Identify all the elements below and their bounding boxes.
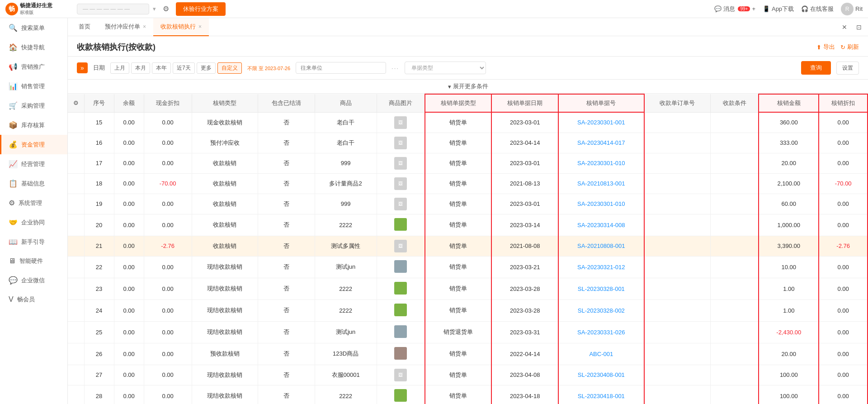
write-off-no-link[interactable]: SA-20230414-017 (577, 139, 625, 146)
write-off-no-link[interactable]: SA-20210808-001 (577, 242, 625, 249)
table-row: 25 0.00 0.00 现结收款核销 否 测试jun 销货退货单 2023-0… (68, 321, 868, 343)
date-this-year[interactable]: 本年 (152, 62, 171, 74)
from-unit-input[interactable] (296, 62, 386, 74)
cell-write-off-no[interactable]: ABC-001 (558, 343, 644, 365)
marketing-icon: 📢 (9, 62, 18, 71)
th-write-off-discount: 核销折扣 (819, 94, 868, 112)
write-off-no-link[interactable]: SA-20230301-001 (577, 119, 625, 126)
message-item[interactable]: 💬 消息 99+ + (714, 5, 755, 13)
th-num: 序号 (84, 94, 114, 112)
write-off-no-link[interactable]: SA-20230331-026 (577, 329, 625, 336)
system-icon: ⚙ (9, 199, 15, 207)
date-last-month[interactable]: 上月 (110, 62, 129, 74)
table-container[interactable]: ⚙ 序号 余额 现金折扣 核销类型 包含已结清 商品 商品图片 核销单据类型 核… (68, 94, 868, 404)
cell-cash-discount: -70.00 (144, 173, 192, 194)
cell-write-off-no[interactable]: SA-20230321-012 (558, 256, 644, 278)
cell-write-off-no[interactable]: SA-20230301-010 (558, 194, 644, 214)
write-off-no-link[interactable]: SL-20230328-002 (578, 307, 625, 314)
sidebar-item-search[interactable]: 🔍 搜索菜单 (0, 18, 67, 38)
filter-expand-btn[interactable]: » (77, 62, 88, 73)
cell-write-off-no[interactable]: SL-20230328-001 (558, 278, 644, 299)
sidebar-item-sales[interactable]: 📊 销售管理 (0, 76, 67, 96)
sidebar-item-guide[interactable]: 📖 新手引导 (0, 232, 67, 252)
refresh-btn[interactable]: ↻ 刷新 (840, 43, 859, 51)
user-area[interactable]: R Rit (841, 3, 863, 15)
cell-write-off-discount: -70.00 (819, 173, 868, 194)
tab-prepay-close[interactable]: × (143, 24, 146, 30)
tab-restore-btn[interactable]: ⊡ (854, 22, 864, 33)
cell-write-off-no[interactable]: SA-20210808-001 (558, 236, 644, 256)
cell-receipt-order-no (644, 321, 711, 343)
sidebar-item-label: 快捷导航 (21, 43, 45, 52)
tab-home[interactable]: 首页 (71, 18, 98, 36)
cell-write-off-no[interactable]: SL-20230418-001 (558, 385, 644, 404)
cell-write-off-bill-type: 销货单 (425, 112, 491, 133)
sidebar-item-inventory[interactable]: 📦 库存核算 (0, 115, 67, 135)
table-row: 18 0.00 -70.00 收款核销 否 多计量商品2 🖼 销货单 2021-… (68, 173, 868, 194)
cell-included-settled: 否 (258, 153, 315, 173)
cell-balance: 0.00 (114, 173, 144, 194)
chevron-down-icon[interactable]: ▾ (153, 5, 156, 12)
cell-write-off-type: 现结收款核销 (192, 385, 258, 404)
cell-write-off-no[interactable]: SA-20230314-008 (558, 214, 644, 236)
write-off-no-link[interactable]: SL-20230328-001 (578, 285, 625, 292)
product-img-thumb: 🖼 (394, 116, 407, 129)
th-settings[interactable]: ⚙ (68, 94, 84, 112)
date-this-month[interactable]: 本月 (131, 62, 150, 74)
write-off-no-link[interactable]: ABC-001 (589, 351, 613, 357)
filter-settings-btn[interactable]: 设置 (836, 62, 859, 75)
write-off-no-link[interactable]: SA-20230301-010 (577, 160, 625, 166)
write-off-no-link[interactable]: SL-20230408-001 (578, 371, 625, 378)
write-off-no-link[interactable]: SA-20230321-012 (577, 264, 625, 271)
cell-write-off-no[interactable]: SA-20210813-001 (558, 173, 644, 194)
write-off-no-link[interactable]: SA-20230301-010 (577, 200, 625, 207)
cell-write-off-type: 现结收款核销 (192, 278, 258, 299)
sidebar-item-wechat[interactable]: 💬 企业微信 (0, 271, 67, 290)
expand-more-btn[interactable]: ▾ 展开更多条件 (448, 82, 488, 90)
tab-writeoff[interactable]: 收款核销执行 × (153, 18, 209, 36)
write-off-no-link[interactable]: SA-20210813-001 (577, 180, 625, 187)
receipt-type-select[interactable]: 单据类型 (405, 62, 486, 74)
sidebar-item-hardware[interactable]: 🖥 智能硬件 (0, 252, 67, 271)
cell-write-off-no[interactable]: SL-20230408-001 (558, 365, 644, 385)
export-btn[interactable]: ⬆ 导出 (816, 43, 835, 51)
write-off-no-link[interactable]: SA-20230314-008 (577, 222, 625, 228)
sidebar-item-collab[interactable]: 🤝 企业协同 (0, 213, 67, 232)
tab-close-btn[interactable]: ✕ (839, 22, 850, 33)
date-custom[interactable]: 自定义 (217, 62, 242, 74)
tab-writeoff-close[interactable]: × (198, 24, 202, 30)
sidebar-item-basic[interactable]: 📋 基础信息 (0, 174, 67, 193)
tab-bar: 首页 预付冲应付单 × 收款核销执行 × ✕ ⊡ (68, 18, 868, 36)
sidebar-item-system[interactable]: ⚙ 系统管理 (0, 193, 67, 213)
cell-write-off-discount: 0.00 (819, 299, 868, 321)
company-selector[interactable]: — — — — — — — (77, 4, 149, 14)
cell-cash-discount: 0.00 (144, 365, 192, 385)
header-actions: ⬆ 导出 ↻ 刷新 (816, 43, 859, 51)
cell-included-settled: 否 (258, 278, 315, 299)
solution-btn[interactable]: 休验行业方案 (176, 2, 226, 16)
sidebar-item-purchase[interactable]: 🛒 采购管理 (0, 96, 67, 115)
app-download-item[interactable]: 📱 App下载 (763, 5, 794, 13)
write-off-no-link[interactable]: SL-20230418-001 (578, 393, 625, 399)
settings-icon[interactable]: ⚙ (160, 3, 172, 15)
sidebar-item-member[interactable]: V 畅会员 (0, 290, 67, 309)
sidebar-item-nav[interactable]: 🏠 快捷导航 (0, 38, 67, 57)
cell-write-off-bill-type: 销货单 (425, 365, 491, 385)
cell-receipt-condition (710, 256, 759, 278)
date-7days[interactable]: 近7天 (173, 62, 195, 74)
cell-balance: 0.00 (114, 365, 144, 385)
sidebar-item-marketing[interactable]: 📢 营销推广 (0, 57, 67, 76)
cell-write-off-date: 2023-03-01 (491, 112, 558, 133)
query-btn[interactable]: 查询 (801, 61, 831, 75)
date-more[interactable]: 更多 (197, 62, 216, 74)
sidebar-item-management[interactable]: 📈 经营管理 (0, 154, 67, 174)
cell-write-off-no[interactable]: SL-20230328-002 (558, 299, 644, 321)
cell-write-off-no[interactable]: SA-20230301-001 (558, 112, 644, 133)
online-service-item[interactable]: 🎧 在线客服 (801, 5, 834, 13)
cell-write-off-no[interactable]: SA-20230414-017 (558, 133, 644, 153)
tab-prepay[interactable]: 预付冲应付单 × (98, 18, 153, 36)
cell-write-off-no[interactable]: SA-20230331-026 (558, 321, 644, 343)
cell-write-off-type: 收款核销 (192, 153, 258, 173)
sidebar-item-finance[interactable]: 💰 资金管理 (0, 135, 67, 154)
cell-write-off-no[interactable]: SA-20230301-010 (558, 153, 644, 173)
